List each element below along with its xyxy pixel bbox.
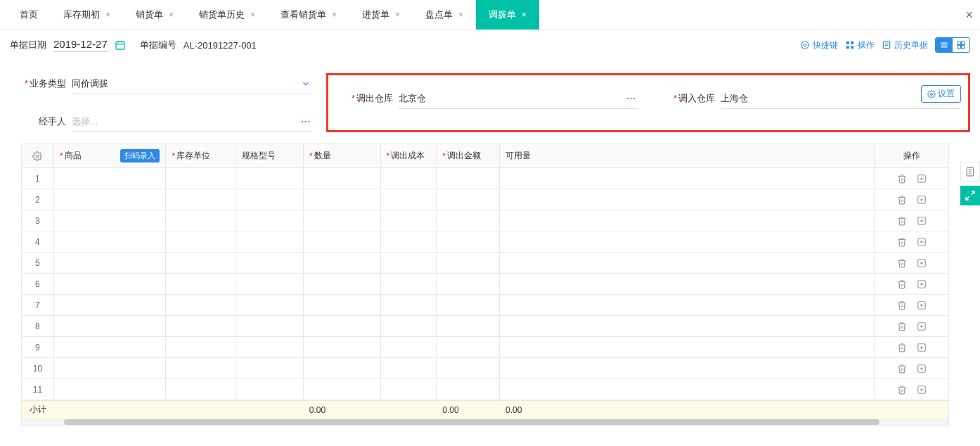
close-icon[interactable]: ×	[395, 0, 400, 30]
add-icon[interactable]	[917, 364, 927, 374]
delete-icon[interactable]	[897, 364, 907, 374]
tab-home[interactable]: 首页	[7, 0, 51, 30]
delete-icon[interactable]	[897, 258, 907, 268]
th-settings[interactable]	[22, 144, 54, 168]
cell-spec[interactable]	[236, 231, 304, 253]
add-icon[interactable]	[917, 174, 927, 184]
cell-spec[interactable]	[236, 379, 304, 400]
cell-product[interactable]	[54, 316, 167, 337]
cell-spec[interactable]	[236, 295, 304, 316]
cell-cost[interactable]	[381, 189, 437, 210]
cell-amount[interactable]	[437, 379, 500, 400]
table-row[interactable]: 2	[22, 189, 948, 210]
cell-amount[interactable]	[437, 210, 500, 231]
delete-icon[interactable]	[897, 343, 907, 352]
calendar-icon[interactable]	[115, 39, 126, 51]
table-row[interactable]: 5	[22, 253, 948, 274]
cell-product[interactable]	[54, 253, 167, 274]
horizontal-scrollbar[interactable]	[22, 419, 948, 426]
cell-avail[interactable]	[500, 189, 875, 210]
delete-icon[interactable]	[897, 195, 907, 205]
cell-qty[interactable]	[304, 358, 381, 379]
cell-unit[interactable]	[166, 337, 236, 358]
add-icon[interactable]	[917, 343, 927, 352]
side-expand-button[interactable]	[960, 186, 980, 205]
tab-sales-order[interactable]: 销货单×	[123, 0, 186, 30]
history-link[interactable]: 历史单据	[882, 39, 928, 51]
add-icon[interactable]	[917, 237, 927, 247]
cell-product[interactable]	[54, 379, 167, 400]
cell-spec[interactable]	[236, 253, 304, 274]
cell-product[interactable]	[54, 189, 167, 210]
delete-icon[interactable]	[897, 300, 907, 310]
cell-unit[interactable]	[166, 231, 236, 253]
table-row[interactable]: 8	[22, 316, 948, 337]
cell-spec[interactable]	[236, 358, 304, 379]
delete-icon[interactable]	[897, 279, 907, 289]
cell-cost[interactable]	[381, 274, 437, 295]
cell-product[interactable]	[54, 337, 167, 358]
delete-icon[interactable]	[897, 385, 907, 395]
actions-link[interactable]: 操作	[845, 39, 875, 51]
cell-amount[interactable]	[437, 316, 500, 337]
cell-spec[interactable]	[236, 316, 304, 337]
tab-inventory-init[interactable]: 库存期初×	[51, 0, 123, 30]
cell-spec[interactable]	[236, 168, 304, 189]
close-icon[interactable]: ×	[105, 0, 110, 30]
view-grid-button[interactable]	[953, 38, 969, 52]
close-icon[interactable]: ×	[522, 0, 527, 30]
cell-qty[interactable]	[304, 316, 381, 337]
add-icon[interactable]	[917, 216, 927, 226]
add-icon[interactable]	[917, 385, 927, 395]
cell-product[interactable]	[54, 168, 167, 189]
add-icon[interactable]	[917, 300, 927, 310]
cell-spec[interactable]	[236, 210, 304, 231]
cell-avail[interactable]	[500, 316, 875, 337]
side-notes-button[interactable]	[960, 162, 980, 181]
close-icon[interactable]: ×	[458, 0, 463, 30]
scan-badge[interactable]: 扫码录入	[120, 149, 160, 163]
close-all-tabs-icon[interactable]: ×	[965, 0, 973, 30]
cell-qty[interactable]	[304, 231, 381, 253]
cell-unit[interactable]	[166, 253, 236, 274]
table-row[interactable]: 9	[22, 337, 948, 358]
cell-qty[interactable]	[304, 210, 381, 231]
cell-amount[interactable]	[437, 337, 500, 358]
tab-stocktake[interactable]: 盘点单×	[413, 0, 476, 30]
date-value[interactable]: 2019-12-27	[53, 38, 108, 52]
cell-amount[interactable]	[437, 231, 500, 253]
table-row[interactable]: 1	[22, 168, 948, 189]
cell-avail[interactable]	[500, 210, 875, 231]
cell-avail[interactable]	[500, 295, 875, 316]
cell-amount[interactable]	[437, 295, 500, 316]
shortcut-link[interactable]: 快捷键	[800, 39, 838, 51]
cell-cost[interactable]	[381, 210, 437, 231]
cell-product[interactable]	[54, 231, 167, 253]
cell-unit[interactable]	[166, 274, 236, 295]
table-row[interactable]: 10	[22, 358, 948, 379]
cell-qty[interactable]	[304, 379, 381, 400]
cell-unit[interactable]	[166, 210, 236, 231]
cell-product[interactable]	[54, 358, 167, 379]
cell-amount[interactable]	[437, 168, 500, 189]
cell-qty[interactable]	[304, 337, 381, 358]
scrollbar-thumb[interactable]	[64, 419, 879, 425]
cell-unit[interactable]	[166, 189, 236, 210]
cell-product[interactable]	[54, 295, 167, 316]
cell-unit[interactable]	[166, 295, 236, 316]
cell-spec[interactable]	[236, 337, 304, 358]
cell-spec[interactable]	[236, 189, 304, 210]
tab-purchase[interactable]: 进货单×	[349, 0, 413, 30]
cell-qty[interactable]	[304, 189, 381, 210]
cell-spec[interactable]	[236, 274, 304, 295]
biz-type-select[interactable]: 同价调拨	[72, 73, 312, 94]
cell-avail[interactable]	[500, 253, 875, 274]
cell-qty[interactable]	[304, 253, 381, 274]
view-list-button[interactable]	[936, 38, 953, 52]
cell-cost[interactable]	[381, 168, 437, 189]
table-row[interactable]: 3	[22, 210, 948, 231]
delete-icon[interactable]	[897, 237, 907, 247]
cell-cost[interactable]	[381, 295, 437, 316]
cell-cost[interactable]	[381, 316, 437, 337]
close-icon[interactable]: ×	[250, 0, 255, 30]
